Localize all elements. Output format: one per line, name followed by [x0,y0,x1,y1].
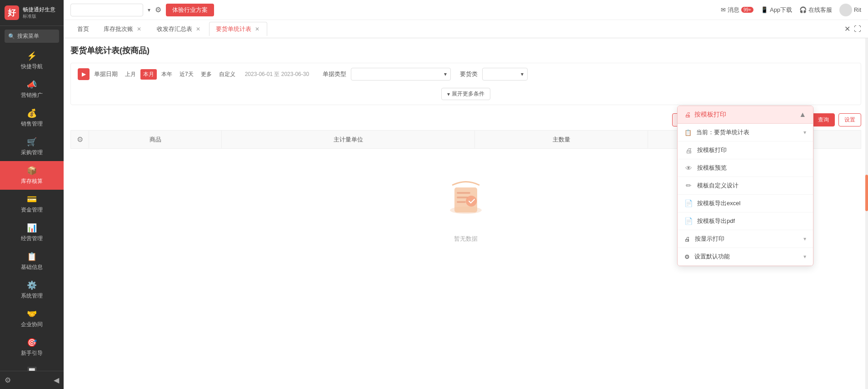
doc-type-select[interactable]: ▾ [351,68,451,81]
print-dropdown-title-area: 🖨 按模板打印 [684,111,726,119]
purchase-label: 采购管理 [21,149,43,157]
search-icon: 🔍 [8,33,15,40]
system-label: 系统管理 [21,292,43,300]
design-template-label: 模板自定义设计 [697,182,738,190]
current-template-item[interactable]: 📋 当前：要货单统计表 ▾ [678,124,813,141]
user-avatar [839,4,852,16]
table-settings-icon[interactable]: ⚙ [77,136,83,143]
trial-button[interactable]: 体验行业方案 [166,4,214,16]
tab-home[interactable]: 首页 [70,22,96,36]
guide-icon: 🎯 [27,338,37,348]
tab-batch-account[interactable]: 库存批次账 ✕ [97,22,149,36]
svg-rect-2 [457,192,470,194]
sidebar-item-purchase[interactable]: 🛒 采购管理 [0,132,64,161]
sidebar-item-basic[interactable]: 📋 基础信息 [0,247,64,276]
sidebar-item-marketing[interactable]: 📣 营销推广 [0,75,64,104]
tab-order-stats-close[interactable]: ✕ [254,26,260,32]
settings-button[interactable]: 设置 [838,113,861,126]
topbar-gear-icon[interactable]: ⚙ [155,5,161,14]
tab-batch-account-close[interactable]: ✕ [136,26,142,32]
topbar-dropdown-button[interactable]: ▾ [148,7,150,13]
set-default-item[interactable]: ⚙ 设置默认功能 ▾ [678,248,813,266]
empty-illustration [443,176,489,222]
quick-nav-icon: ⚡ [27,51,37,61]
app-logo: 好 畅捷通好生意 标准版 [0,0,64,26]
col-settings[interactable]: ⚙ [71,131,89,149]
app-download-icon: 📱 [761,6,768,13]
sidebar-item-system[interactable]: ⚙️ 系统管理 [0,276,64,304]
footer-settings-button[interactable]: ⚙ [5,376,11,384]
export-pdf-label: 按模板导出pdf [697,217,735,225]
sidebar-item-inventory[interactable]: 📦 库存核算 [0,161,64,190]
design-template-item[interactable]: ✏ 模板自定义设计 [678,177,813,195]
page-title: 要货单统计表(按商品) [70,45,861,56]
marketing-label: 营销推广 [21,91,43,99]
export-excel-item[interactable]: 📄 按模板导出excel [678,195,813,212]
logo-text: 畅捷通好生意 标准版 [23,6,55,20]
tab-order-stats[interactable]: 要货单统计表 ✕ [209,22,267,36]
date-btn-current-month[interactable]: 本月 [140,69,157,80]
user-avatar-button[interactable]: Rit [839,4,861,16]
tab-bar: 首页 库存批次账 ✕ 收发存汇总表 ✕ 要货单统计表 ✕ ✕ ⛶ [64,20,868,38]
date-btn-current-year[interactable]: 本年 [159,69,175,80]
export-pdf-item[interactable]: 📄 按模板导出pdf [678,212,813,230]
sales-icon: 💰 [27,108,37,118]
svg-rect-3 [457,197,468,198]
preview-template-label: 按模板预览 [697,164,727,172]
display-print-label: 按显示打印 [695,235,724,243]
app-name: 畅捷通好生意 [23,6,55,14]
set-default-chevron-icon: ▾ [803,253,806,260]
filter-expand-icon[interactable]: ▶ [78,68,90,80]
sidebar-item-app-center[interactable]: 🔲 应用中心 [0,362,64,371]
messages-badge: 99+ [741,7,753,13]
expand-btn-label: 展开更多条件 [452,90,484,98]
sidebar-item-guide[interactable]: 🎯 新手引导 [0,333,64,362]
online-service-button[interactable]: 🎧 在线客服 [799,6,832,14]
topbar-search-input[interactable] [70,4,143,16]
order-type-select[interactable]: ▾ [482,68,528,81]
search-menu-button[interactable]: 🔍 搜索菜单 [5,30,59,43]
tab-batch-account-label: 库存批次账 [104,25,133,33]
sidebar-item-sales[interactable]: 💰 销售管理 [0,104,64,132]
system-icon: ⚙️ [27,280,37,290]
display-print-chevron-icon: ▾ [803,236,806,242]
query-button[interactable]: 查询 [812,113,835,126]
sidebar-item-finance[interactable]: 💳 资金管理 [0,190,64,218]
date-filter-label: 单据日期 [94,70,118,78]
date-btn-more[interactable]: 更多 [198,69,215,80]
preview-template-item[interactable]: 👁 按模板预览 [678,159,813,177]
tab-close-window-button[interactable]: ✕ [844,25,850,33]
inventory-label: 库存核算 [21,177,43,185]
filter-row-date: ▶ 单据日期 上月 本月 本年 近7天 更多 自定义 2023-06-01 至 … [78,68,854,81]
operations-icon: 📊 [27,223,37,233]
query-btn-label: 查询 [818,116,829,124]
inventory-icon: 📦 [27,166,37,176]
app-download-button[interactable]: 📱 App下载 [761,6,792,14]
sales-label: 销售管理 [21,120,43,128]
search-menu-label: 搜索菜单 [17,32,39,40]
footer-collapse-button[interactable]: ◀ [54,376,59,384]
sidebar-item-operations[interactable]: 📊 经营管理 [0,218,64,247]
sidebar-item-collab[interactable]: 🤝 企业协同 [0,304,64,333]
sidebar-footer: ⚙ ◀ [0,371,64,389]
date-btn-last-month[interactable]: 上月 [122,69,139,80]
basic-label: 基础信息 [21,263,43,271]
print-template-item[interactable]: 🖨 按模板打印 [678,141,813,159]
tab-receipt-summary[interactable]: 收发存汇总表 ✕ [150,22,208,36]
date-btn-custom[interactable]: 自定义 [216,69,238,80]
print-template-label: 按模板打印 [697,146,727,154]
scrollbar-thumb[interactable] [865,175,868,211]
sidebar-item-quick-nav[interactable]: ⚡ 快捷导航 [0,46,64,75]
tab-receipt-summary-close[interactable]: ✕ [195,26,201,32]
guide-label: 新手引导 [21,349,43,357]
print-dropdown-close-button[interactable]: ▲ [799,111,806,119]
tab-maximize-button[interactable]: ⛶ [854,25,861,33]
date-btn-last-7-days[interactable]: 近7天 [177,69,196,80]
filter-bar: ▶ 单据日期 上月 本月 本年 近7天 更多 自定义 2023-06-01 至 … [70,63,861,105]
empty-state-text: 暂无数据 [454,235,478,243]
preview-icon: 👁 [684,164,693,172]
messages-button[interactable]: ✉ 消息 99+ [721,6,753,14]
expand-more-filters-button[interactable]: ▾ 展开更多条件 [441,88,490,100]
logo-icon: 好 [5,5,19,20]
display-print-item[interactable]: 🖨 按显示打印 ▾ [678,230,813,248]
